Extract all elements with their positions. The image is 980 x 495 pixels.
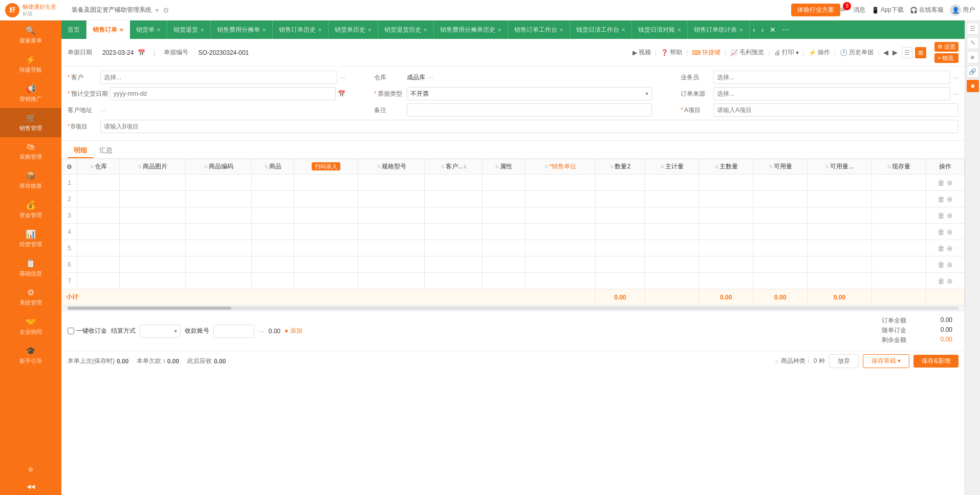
row1-spec[interactable] (358, 175, 424, 191)
scrollbar-thumb[interactable] (68, 307, 231, 310)
online-service-btn[interactable]: 🎧 在线客服 (910, 6, 944, 14)
sidebar-item-finance[interactable]: 💰 资金管理 (0, 195, 61, 224)
tab-daily-workbench-close[interactable]: ✕ (621, 27, 625, 33)
customer-input[interactable] (100, 71, 337, 84)
current-info-icon[interactable]: ℹ (163, 358, 165, 364)
col-warehouse[interactable]: ⇅ 仓库 (77, 159, 120, 175)
tab-prev-btn[interactable]: ‹ (750, 26, 758, 34)
tab-menu-btn[interactable]: ⋯ (779, 26, 792, 34)
col-product[interactable]: ⇅ 商品 (252, 159, 294, 175)
col-stock[interactable]: ⇅ 现存量 (872, 159, 926, 175)
settings-gear-icon[interactable]: ⚙ (163, 6, 169, 14)
row1-warehouse[interactable] (77, 175, 120, 191)
salesperson-input[interactable] (713, 71, 950, 84)
tab-nav-left[interactable]: ◀ (883, 49, 888, 56)
salesperson-more-btn[interactable]: ··· (952, 73, 959, 81)
row1-main-qty[interactable] (699, 175, 753, 191)
spec-sort-icon[interactable]: ⇅ (377, 164, 381, 169)
tab-invoice-history[interactable]: 销货单历史 ✕ (329, 20, 378, 39)
customer-code-sort-icon[interactable]: ⇅ (441, 164, 445, 169)
row1-available[interactable] (753, 175, 808, 191)
notes-input[interactable] (407, 103, 652, 117)
row2-copy-icon[interactable]: ⊕ (947, 195, 953, 203)
invoice-type-select[interactable]: 不开票 ▾ (407, 87, 652, 100)
list-view-icon[interactable]: ☰ (902, 47, 913, 58)
one-key-deposit-checkbox[interactable] (68, 328, 74, 334)
attributes-sort-icon[interactable]: ⇅ (495, 164, 499, 169)
warehouse-sort-icon[interactable]: ⇅ (90, 164, 94, 169)
col-main-qty[interactable]: ⇅ 主数量 (699, 159, 753, 175)
row2-sales-unit[interactable] (525, 191, 596, 207)
save-new-button[interactable]: 保存&新增 (913, 355, 959, 368)
product-sort-icon[interactable]: ⇅ (264, 164, 268, 169)
tab-return-history[interactable]: 销货退货历史 ✕ (378, 20, 434, 39)
tab-sales-report-close[interactable]: ✕ (739, 27, 743, 33)
tab-sales-order[interactable]: 销售订单 ✕ (86, 20, 130, 39)
row2-spec[interactable] (358, 191, 424, 207)
row6-copy-icon[interactable]: ⊕ (947, 261, 953, 269)
main-measure-sort-icon[interactable]: ⇅ (660, 164, 664, 169)
profit-btn[interactable]: 📈 毛利预览 (730, 48, 764, 57)
available-sort-icon[interactable]: ⇅ (769, 164, 773, 169)
date-picker-icon[interactable]: 📅 (338, 90, 345, 97)
row1-delete-icon[interactable]: 🗑 (938, 179, 945, 187)
row2-available2[interactable] (808, 191, 872, 207)
tab-sales-report[interactable]: 销售订单统计表 ✕ (688, 20, 750, 39)
row2-product[interactable] (252, 191, 294, 207)
customer-address-more-btn[interactable]: ··· (100, 106, 106, 114)
save-draft-arrow-icon[interactable]: ▾ (898, 357, 901, 364)
right-panel-icon-4[interactable]: 🔗 (967, 66, 979, 78)
tab-daily-reconcile-close[interactable]: ✕ (677, 27, 681, 33)
sales-unit-sort-icon[interactable]: ⇅ (545, 164, 549, 169)
qty2-sort-icon[interactable]: ⇅ (609, 164, 614, 169)
row2-available[interactable] (753, 191, 808, 207)
sidebar-item-quick-nav[interactable]: ⚡ 快捷导航 (0, 50, 61, 79)
row7-delete-icon[interactable]: 🗑 (938, 277, 945, 285)
col-scan[interactable]: 扫码录入 (294, 159, 358, 175)
col-spec[interactable]: ⇅ 规格型号 (358, 159, 424, 175)
bank-account-more-btn[interactable]: ··· (258, 327, 265, 335)
calendar-icon[interactable]: 📅 (138, 49, 145, 56)
tab-home[interactable]: 首页 (61, 20, 86, 39)
row6-delete-icon[interactable]: 🗑 (938, 261, 945, 269)
one-key-deposit-label[interactable]: 一键收订金 (68, 327, 107, 335)
tab-close-all-btn[interactable]: ✕ (767, 26, 779, 34)
sub-tab-detail[interactable]: 明细 (68, 144, 93, 158)
product-count-icon[interactable]: ○ (775, 358, 778, 365)
tab-next-btn[interactable]: › (758, 26, 767, 34)
sidebar-item-guide[interactable]: 🎓 新手引导 (0, 341, 61, 370)
row2-customer-code[interactable] (424, 191, 483, 207)
row1-qty2[interactable] (596, 175, 645, 191)
row5-delete-icon[interactable]: 🗑 (938, 244, 945, 252)
row1-customer-code[interactable] (424, 175, 483, 191)
order-source-input[interactable] (713, 87, 950, 100)
col-sales-unit[interactable]: ⇅ *销售单位 (525, 159, 596, 175)
order-source-more-btn[interactable]: ··· (952, 90, 959, 98)
print-btn[interactable]: 🖨 打印 ▾ (774, 48, 799, 57)
row2-delete-icon[interactable]: 🗑 (938, 195, 945, 203)
tab-sales-expense-close[interactable]: ✕ (262, 27, 266, 33)
sidebar-item-sales[interactable]: 🛒 销售管理 (0, 108, 61, 137)
payment-method-select[interactable]: ▾ (140, 325, 181, 338)
col-attributes[interactable]: ⇅ 属性 (483, 159, 525, 175)
bank-account-select[interactable] (213, 325, 254, 338)
row2-product-img[interactable] (119, 191, 185, 207)
column-settings-icon[interactable]: ⚙ (67, 163, 72, 170)
row3-copy-icon[interactable]: ⊕ (947, 211, 953, 220)
col-product-code[interactable]: ⇅ 商品编码 (186, 159, 252, 175)
tab-return-history-close[interactable]: ✕ (423, 27, 427, 33)
sidebar-item-enterprise[interactable]: 🤝 企业协同 (0, 312, 61, 341)
tab-sales-return-close[interactable]: ✕ (200, 27, 204, 33)
app-download-btn[interactable]: 📱 App下载 (872, 6, 904, 14)
col-customer-code[interactable]: ⇅ 客户... ℹ (424, 159, 483, 175)
right-panel-icon-5[interactable]: ■ (967, 80, 979, 92)
tab-sales-return[interactable]: 销货退货 ✕ (167, 20, 211, 39)
add-payment-btn[interactable]: ● 添加 (285, 327, 302, 335)
row1-scan[interactable] (294, 175, 358, 191)
discard-button[interactable]: 放弃 (829, 354, 859, 368)
main-qty-sort-icon[interactable]: ⇅ (714, 164, 718, 169)
row3-delete-icon[interactable]: 🗑 (938, 211, 945, 220)
sidebar-settings-btn[interactable]: ⚙ (0, 461, 61, 478)
row2-scan[interactable] (294, 191, 358, 207)
tab-expense-history-close[interactable]: ✕ (497, 27, 502, 33)
